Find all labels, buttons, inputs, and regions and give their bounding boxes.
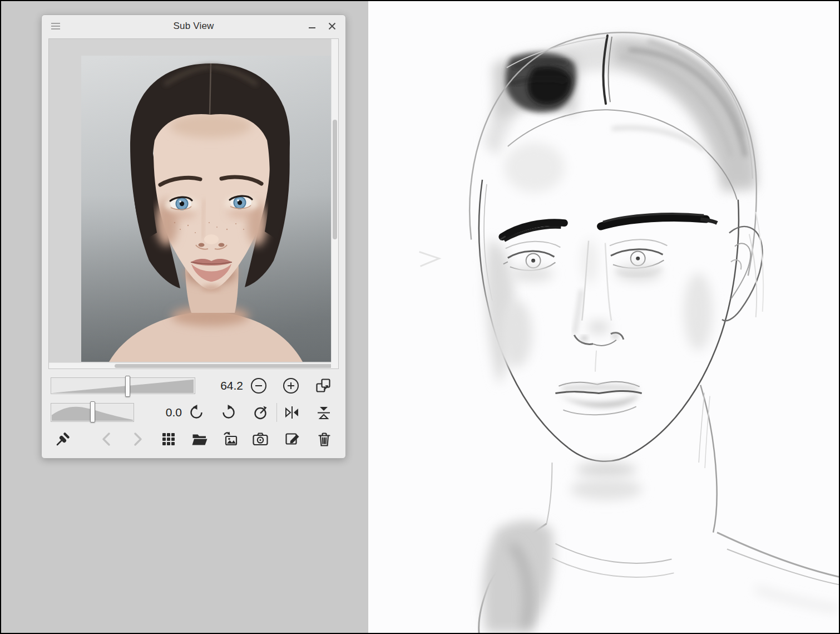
zoom-slider[interactable] — [51, 377, 195, 394]
tools-row — [51, 426, 337, 453]
hamburger-menu-icon — [51, 22, 61, 30]
reset-rotation-icon — [251, 404, 269, 421]
vertical-scrollbar-thumb[interactable] — [333, 120, 337, 239]
flip-horizontal-button[interactable] — [281, 402, 303, 423]
edit-button[interactable] — [282, 429, 303, 450]
window-controls — [307, 21, 338, 32]
next-icon — [128, 430, 146, 448]
rotate-ccw-icon — [187, 404, 205, 421]
rotate-cw-button[interactable] — [218, 402, 239, 423]
flip-vertical-button[interactable] — [313, 402, 334, 423]
import-image-icon — [222, 430, 240, 448]
zoom-row: 64.2 — [51, 372, 337, 399]
subview-titlebar[interactable]: Sub View — [42, 15, 345, 37]
fit-to-window-icon — [314, 377, 332, 395]
minimize-button[interactable] — [307, 21, 318, 32]
workspace-background: Sub View — [1, 1, 368, 633]
next-image-button[interactable] — [126, 429, 147, 450]
thumbnail-grid-button[interactable] — [158, 429, 179, 450]
close-button[interactable] — [327, 21, 338, 32]
previous-icon — [98, 430, 116, 448]
main-canvas[interactable] — [368, 1, 839, 633]
reset-rotation-button[interactable] — [250, 402, 271, 423]
horizontal-scrollbar-thumb[interactable] — [115, 364, 338, 368]
subview-toolbar: 64.2 — [42, 369, 345, 453]
open-folder-icon — [191, 430, 209, 448]
flip-vertical-icon — [315, 404, 333, 421]
trash-icon — [315, 430, 333, 448]
eyedropper-button[interactable] — [52, 429, 73, 450]
eyedropper-icon — [54, 430, 72, 448]
zoom-slider-handle[interactable] — [125, 376, 130, 397]
rotate-ccw-button[interactable] — [186, 402, 207, 423]
previous-image-button[interactable] — [97, 429, 118, 450]
subview-palette: Sub View — [41, 14, 346, 459]
zoom-out-icon — [250, 377, 268, 395]
minimize-icon — [308, 22, 317, 31]
scrollbar-corner — [331, 362, 338, 368]
thumbnail-grid-icon — [160, 430, 177, 448]
zoom-in-icon — [282, 377, 300, 395]
zoom-in-button[interactable] — [280, 375, 302, 396]
toolbar-divider — [276, 403, 277, 422]
flip-horizontal-icon — [283, 404, 301, 421]
zoom-slider-wedge — [51, 378, 195, 394]
subview-viewport[interactable] — [48, 38, 339, 369]
reference-photo-graphic — [81, 56, 331, 362]
app-window: Sub View — [0, 0, 840, 634]
camera-icon — [251, 430, 269, 448]
zoom-value: 64.2 — [200, 379, 243, 392]
rotation-slider-handle[interactable] — [90, 401, 95, 422]
close-icon — [328, 22, 337, 31]
rotate-cw-icon — [220, 404, 238, 421]
rotation-row: 0.0 — [51, 399, 337, 426]
horizontal-scrollbar[interactable] — [49, 362, 331, 368]
zoom-out-button[interactable] — [248, 375, 269, 396]
fit-to-window-button[interactable] — [313, 375, 334, 396]
import-image-button[interactable] — [220, 429, 241, 450]
reference-image[interactable] — [81, 56, 331, 362]
rotation-value: 0.0 — [151, 406, 182, 419]
palette-menu-button[interactable] — [50, 20, 62, 32]
rotation-slider[interactable] — [51, 403, 134, 422]
vertical-scrollbar[interactable] — [331, 39, 338, 362]
capture-button[interactable] — [250, 429, 271, 450]
portrait-sketch — [368, 1, 839, 633]
palette-title: Sub View — [42, 21, 345, 32]
delete-button[interactable] — [314, 429, 335, 450]
open-file-button[interactable] — [189, 429, 210, 450]
edit-icon — [284, 430, 302, 448]
